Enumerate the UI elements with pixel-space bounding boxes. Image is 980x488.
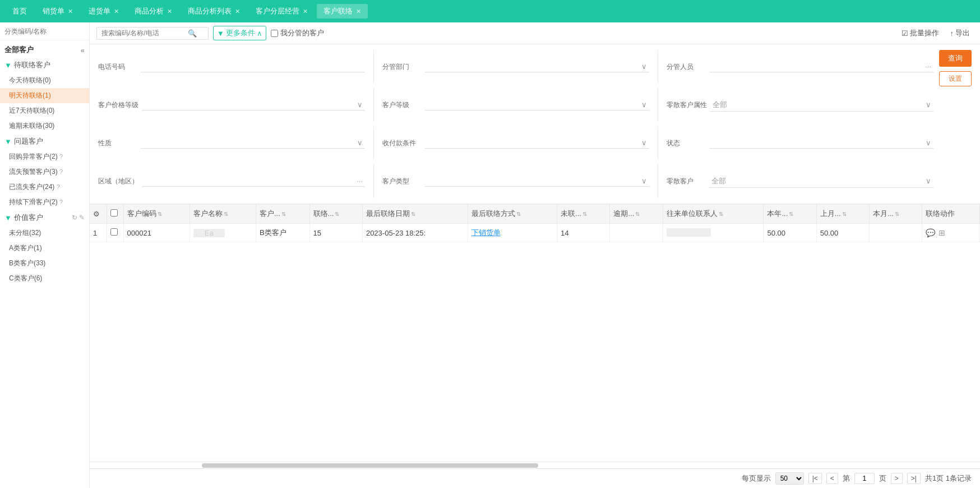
qr-icon[interactable]: ⊞ [939,228,945,237]
nav-customer-tier[interactable]: 客户分层经营 ✕ [249,4,315,19]
export-button[interactable]: ↑ 导出 [947,26,974,40]
action-icons: 💬 ⊞ [926,228,976,237]
retail-attr-select[interactable]: 全部 ∨ [710,99,933,112]
retail-customer-select[interactable]: 全部 ∨ [709,175,933,188]
row-checkbox[interactable] [107,224,123,242]
last-page-button[interactable]: >| [907,473,921,484]
filter-department: 分管部门 ∨ [382,61,649,72]
close-icon[interactable]: ✕ [167,8,172,15]
row-last-method[interactable]: 下销货单 [468,224,557,242]
chevron-up-icon: ∧ [257,29,262,38]
sort-icon: ⇅ [583,211,587,217]
search-input[interactable] [101,29,186,37]
phone-input[interactable] [141,62,365,72]
collapse-icon[interactable]: « [81,46,85,54]
col-uncontacted[interactable]: 未联...⇅ [557,204,610,224]
nav-purchase-order[interactable]: 进货单 ✕ [82,4,126,19]
sidebar-search-input[interactable] [4,27,89,35]
total-label: 共1页 1条记录 [925,473,972,484]
col-unit-contact[interactable]: 往来单位联系人⇅ [663,204,764,224]
sidebar-item-class-a[interactable]: A类客户(1) [0,241,89,256]
page-label: 第 [843,473,850,484]
close-icon[interactable]: ✕ [235,8,240,15]
customer-level-select[interactable]: ∨ [425,99,649,111]
nav-home[interactable]: 首页 [6,4,34,19]
group-problem-customers[interactable]: ▼ 问题客户 [0,133,89,149]
region-select[interactable]: ··· [142,176,365,187]
divider [373,126,374,160]
page-number-input[interactable] [854,473,875,484]
scrollbar-thumb[interactable] [202,463,538,468]
sort-icon: ⇅ [224,211,228,217]
data-table-container: ⚙ 客户编码⇅ 客户名称⇅ 客户...⇅ 联络...⇅ 最后联络日期⇅ 最后联络… [90,204,980,462]
sidebar-item-class-c[interactable]: C类客户(6) [0,271,89,286]
sidebar-item-repurchase-abnormal[interactable]: 回购异常客户(2) ? [0,149,89,164]
all-customers-header[interactable]: 全部客户 « [0,40,89,57]
sidebar-item-churned[interactable]: 已流失客户(24) ? [0,179,89,195]
person-select[interactable]: ··· [709,61,933,72]
col-overdue[interactable]: 逾期...⇅ [610,204,663,224]
col-name[interactable]: 客户名称⇅ [189,204,256,224]
filter-status: 状态 ∨ [667,137,933,149]
close-icon[interactable]: ✕ [68,8,73,15]
next-page-button[interactable]: > [891,473,903,484]
set-button[interactable]: 设置 [939,71,972,86]
sidebar-item-class-b[interactable]: B类客户(33) [0,256,89,271]
row-type: B类客户 [256,224,309,242]
horizontal-scrollbar[interactable] [90,462,980,468]
nav-customer-contact[interactable]: 客户联络 ✕ [317,4,368,19]
close-icon[interactable]: ✕ [114,8,119,15]
sidebar-item-7days[interactable]: 近7天待联络(0) [0,103,89,118]
sidebar-item-ungrouped[interactable]: 未分组(32) [0,225,89,241]
select-all-checkbox[interactable] [110,209,118,217]
close-icon[interactable]: ✕ [303,8,308,15]
sidebar-item-overdue[interactable]: 逾期未联络(30) [0,118,89,133]
payment-select[interactable]: ∨ [425,137,649,149]
my-customers-checkbox[interactable] [271,30,278,37]
col-this-year[interactable]: 本年...⇅ [764,204,816,224]
customer-type-select[interactable]: ∨ [425,176,649,187]
prev-page-button[interactable]: < [826,473,838,484]
col-last-date[interactable]: 最后联络日期⇅ [362,204,468,224]
nav-product-analysis[interactable]: 商品分析 ✕ [128,4,179,19]
col-last-month[interactable]: 上月...⇅ [816,204,869,224]
my-customers-checkbox-label[interactable]: 我分管的客户 [271,28,324,38]
divider [658,164,658,198]
col-checkbox[interactable] [107,204,123,224]
per-page-select[interactable]: 50 100 200 [775,472,804,485]
sidebar-item-today[interactable]: 今天待联络(0) [0,73,89,88]
sort-icon: ⇅ [842,211,847,217]
col-type[interactable]: 客户...⇅ [256,204,309,224]
filter-customer-type: 客户类型 ∨ [382,176,649,187]
first-page-button[interactable]: |< [808,473,822,484]
more-filter-button[interactable]: ▼ 更多条件 ∧ [213,26,266,40]
search-icon[interactable]: 🔍 [188,29,197,38]
group-value-customers[interactable]: ▼ 价值客户 ↻ ✎ [0,210,89,225]
department-select[interactable]: ∨ [425,61,649,72]
batch-operation-button[interactable]: ☑ 批量操作 [898,26,942,40]
nav-sales-order[interactable]: 销货单 ✕ [36,4,80,19]
col-contact-count[interactable]: 联络...⇅ [309,204,362,224]
sort-icon: ⇅ [719,211,723,217]
status-select[interactable]: ∨ [709,137,933,149]
chat-icon[interactable]: 💬 [926,228,935,237]
close-icon[interactable]: ✕ [356,8,361,15]
nav-product-analysis-list[interactable]: 商品分析列表 ✕ [181,4,247,19]
col-this-month[interactable]: 本月...⇅ [870,204,922,224]
sidebar-item-tomorrow[interactable]: 明天待联络(1) [0,88,89,103]
row-select-checkbox[interactable] [110,228,118,236]
col-settings[interactable]: ⚙ [90,204,107,224]
sidebar-item-declining[interactable]: 持续下滑客户(2) ? [0,195,89,210]
nature-select[interactable]: ∨ [141,137,365,149]
customer-name-blurred: Ea [193,229,225,237]
filter-row-4: 区域（地区） ··· 客户类型 ∨ [98,164,933,198]
chevron-down-icon: ∨ [926,177,931,185]
col-action: 联络动作 [922,204,980,224]
col-code[interactable]: 客户编码⇅ [123,204,189,224]
sidebar-item-churn-warning[interactable]: 流失预警客户(3) ? [0,164,89,179]
group-pending-contact[interactable]: ▼ 待联络客户 [0,57,89,73]
row-code: 000021 [123,224,189,242]
col-last-method[interactable]: 最后联络方式⇅ [468,204,557,224]
price-level-select[interactable]: ∨ [142,99,365,111]
query-button[interactable]: 查询 [939,50,972,67]
